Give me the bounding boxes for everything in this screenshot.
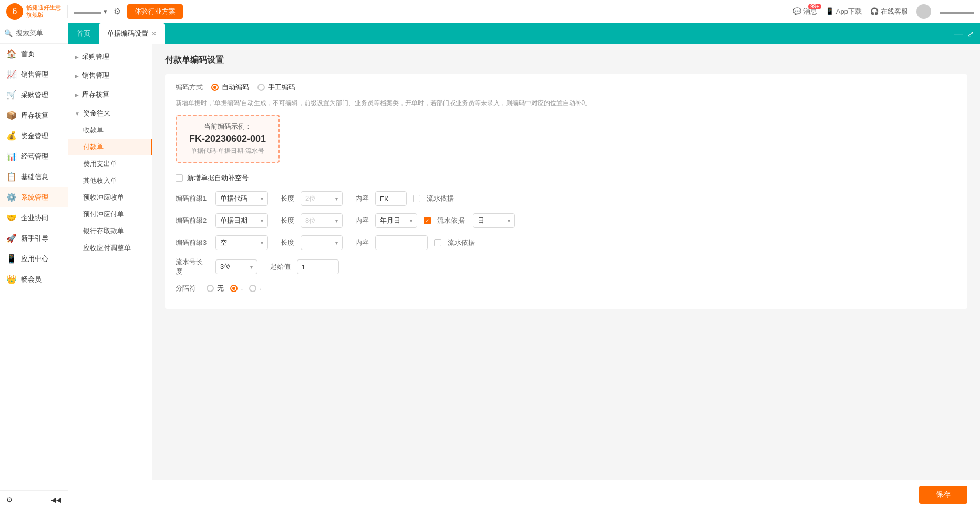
app-download-button[interactable]: 📱 App下载 [826, 7, 862, 16]
tab-home[interactable]: 首页 [68, 23, 99, 44]
chevron-right-icon: ▶ [75, 54, 79, 60]
radio-group-encoding: 自动编码 手工编码 [211, 82, 295, 92]
sep-none-radio[interactable]: 无 [207, 284, 224, 293]
messages-button[interactable]: 💬 消息 99+ [793, 7, 817, 16]
page-content: 付款单编码设置 编码方式 自动编码 手工编码 [152, 44, 980, 480]
auto-fill-row: 新增单据自动补空号 [176, 173, 957, 183]
sub-item-adjustment[interactable]: 应收应付调整单 [68, 240, 152, 256]
settings-icon[interactable]: ⚙ [6, 496, 13, 504]
sidebar-item-label: 首页 [21, 49, 35, 59]
manual-encoding-radio[interactable]: 手工编码 [257, 82, 295, 92]
sidebar-item-home[interactable]: 🏠 首页 [0, 44, 68, 64]
second-sidebar-group-sales-title[interactable]: ▶ 销售管理 [68, 67, 152, 84]
save-button[interactable]: 保存 [919, 486, 967, 504]
sep-dot-dot [249, 285, 256, 292]
sidebar-item-enterprise[interactable]: 🤝 企业协同 [0, 207, 68, 228]
tab-close-icon[interactable]: ✕ [151, 30, 157, 37]
prefix2-label: 编码前缀2 [176, 216, 209, 225]
gear-icon[interactable]: ⚙ [114, 6, 121, 16]
sidebar-item-guide[interactable]: 🚀 新手引导 [0, 228, 68, 248]
length1-label: 长度 [281, 194, 294, 203]
company-dropdown[interactable]: ▬▬▬▬ ▾ [74, 7, 107, 15]
online-service-button[interactable]: 🎧 在线客服 [870, 7, 908, 16]
sidebar-item-label: 资金管理 [21, 131, 48, 141]
prefix1-arrow-icon: ▾ [261, 196, 263, 202]
sidebar-item-label: 基础信息 [21, 172, 48, 182]
sep-dash-label: - [241, 285, 243, 293]
serial2-checkbox[interactable]: ✓ [424, 217, 431, 224]
second-sidebar-group-capital-title[interactable]: ▼ 资金往来 [68, 105, 152, 122]
start-value-input[interactable] [297, 259, 339, 274]
auto-encoding-radio[interactable]: 自动编码 [211, 82, 249, 92]
sidebar-item-basic-info[interactable]: 📋 基础信息 [0, 167, 68, 187]
sep-dot-label: · [260, 285, 262, 293]
auto-fill-checkbox[interactable] [176, 174, 183, 182]
sidebar-item-sales[interactable]: 📈 销售管理 [0, 64, 68, 85]
logo-icon: 6 [6, 3, 23, 20]
collapse-icon[interactable]: ◀◀ [51, 496, 61, 504]
length1-select[interactable]: 2位 ▾ [301, 191, 343, 206]
sidebar-item-purchase[interactable]: 🛒 采购管理 [0, 85, 68, 105]
sidebar-item-system[interactable]: ⚙️ 系统管理 [0, 187, 68, 207]
sub-item-prepay-offset[interactable]: 预收冲应收单 [68, 189, 152, 206]
serial2-period-select[interactable]: 日 ▾ [473, 213, 515, 228]
content2-select[interactable]: 年月日 ▾ [375, 213, 417, 228]
content2-label: 内容 [355, 216, 369, 225]
length2-select[interactable]: 8位 ▾ [301, 213, 343, 228]
second-sidebar-group-purchase-title[interactable]: ▶ 采购管理 [68, 48, 152, 65]
prefix3-select[interactable]: 空 ▾ [215, 235, 268, 250]
minimize-icon[interactable]: — [954, 29, 963, 38]
prefix2-select[interactable]: 单据日期 ▾ [215, 213, 268, 228]
sep-dot-radio[interactable]: · [249, 285, 262, 293]
sidebar-item-label: 经营管理 [21, 152, 48, 161]
sub-item-expense[interactable]: 费用支出单 [68, 155, 152, 172]
length3-arrow-icon: ▾ [335, 240, 338, 246]
prefix2-row: 编码前缀2 单据日期 ▾ 长度 8位 ▾ 内容 年月日 [176, 213, 957, 228]
prefix1-select[interactable]: 单据代码 ▾ [215, 191, 268, 206]
sidebar-item-operations[interactable]: 📊 经营管理 [0, 146, 68, 167]
encoding-row: 编码方式 自动编码 手工编码 [176, 82, 957, 92]
sidebar-item-inventory[interactable]: 📦 库存核算 [0, 105, 68, 126]
purchase-icon: 🛒 [6, 90, 17, 100]
sub-item-receipt[interactable]: 收款单 [68, 122, 152, 139]
serial-length-label: 流水号长度 [176, 257, 209, 276]
username-label: ▬▬▬▬▬ [940, 7, 974, 15]
preview-box: 当前编码示例： FK-20230602-001 单据代码-单据日期-流水号 [176, 115, 280, 163]
maximize-icon[interactable]: ⤢ [967, 29, 974, 39]
app-icon: 📱 [826, 7, 834, 15]
length3-select[interactable]: ▾ [301, 235, 343, 250]
topbar-right: 💬 消息 99+ 📱 App下载 🎧 在线客服 ▬▬▬▬▬ [793, 4, 974, 19]
search-menu-button[interactable]: 🔍 搜索菜单 [0, 23, 68, 44]
start-value-label: 起始值 [270, 262, 291, 272]
sub-item-bank[interactable]: 银行存取款单 [68, 223, 152, 240]
sub-item-payment[interactable]: 付款单 [68, 139, 152, 155]
sidebar-item-apps[interactable]: 📱 应用中心 [0, 248, 68, 269]
serial3-checkbox[interactable] [434, 239, 441, 246]
messages-badge: 99+ [808, 4, 821, 9]
serial1-checkbox[interactable] [413, 195, 420, 202]
tab-encoding-settings[interactable]: 单据编码设置 ✕ [99, 23, 165, 44]
second-sidebar-group-sales: ▶ 销售管理 [68, 67, 152, 84]
serial-length-arrow-icon: ▾ [250, 264, 253, 270]
basic-info-icon: 📋 [6, 172, 17, 182]
serial-length-select[interactable]: 3位 ▾ [215, 259, 257, 274]
sidebar-item-label: 库存核算 [21, 111, 48, 120]
sub-item-advance-offset[interactable]: 预付冲应付单 [68, 206, 152, 223]
sales-icon: 📈 [6, 69, 17, 79]
preview-code: FK-20230602-001 [189, 133, 266, 144]
serial2-period-arrow-icon: ▾ [508, 218, 510, 224]
sidebar-nav: 🏠 首页 📈 销售管理 🛒 采购管理 📦 库存核算 💰 资金管理 📊 经 [0, 44, 68, 490]
avatar[interactable] [916, 4, 931, 19]
sidebar-item-vip[interactable]: 👑 畅会员 [0, 269, 68, 289]
second-sidebar-group-inventory-title[interactable]: ▶ 库存核算 [68, 86, 152, 103]
length2-value: 8位 [305, 216, 316, 225]
sub-item-other-income[interactable]: 其他收入单 [68, 172, 152, 189]
preview-desc: 单据代码-单据日期-流水号 [189, 147, 266, 155]
sidebar-item-finance[interactable]: 💰 资金管理 [0, 126, 68, 146]
content3-label: 内容 [355, 238, 369, 247]
sep-dash-radio[interactable]: - [230, 285, 243, 293]
second-sidebar-group-purchase: ▶ 采购管理 [68, 48, 152, 65]
solution-button[interactable]: 体验行业方案 [127, 4, 183, 19]
serial3-label: 流水依据 [448, 238, 475, 247]
apps-icon: 📱 [6, 254, 17, 264]
